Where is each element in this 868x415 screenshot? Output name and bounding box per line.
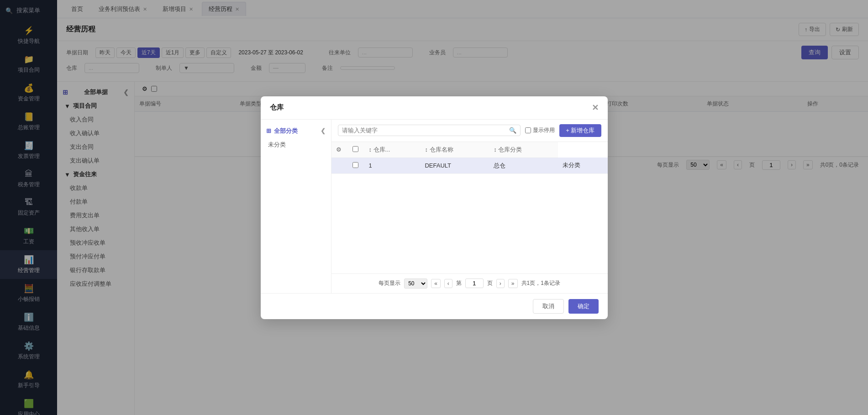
modal-category-uncategorized[interactable]: 未分类 <box>261 138 331 152</box>
modal-table-wrap: ⚙ ↕ 仓库... ↕ 仓库名称 ↕ 仓库分类 <box>331 142 608 273</box>
modal-col-settings: ⚙ <box>331 142 348 158</box>
warehouse-modal: 仓库 ✕ ⊞ 全部分类 ❮ 未分类 🔍 显示停用 <box>261 96 608 319</box>
modal-page-suffix: 页 <box>487 279 493 287</box>
modal-prev-page[interactable]: ‹ <box>444 279 452 288</box>
row-code: DEFAULT <box>420 158 489 173</box>
row-category: 未分类 <box>558 158 607 173</box>
table-row[interactable]: 1 DEFAULT 总仓 未分类 <box>331 158 608 173</box>
modal-page-input[interactable] <box>465 278 484 288</box>
modal-footer: 取消 确定 <box>261 293 608 319</box>
modal-last-page[interactable]: » <box>508 279 518 288</box>
modal-col-checkbox <box>348 142 364 158</box>
show-disabled-wrap: 显示停用 <box>525 126 555 134</box>
grid-icon: ⊞ <box>266 127 271 134</box>
confirm-button[interactable]: 确定 <box>568 299 599 314</box>
modal-header: 仓库 ✕ <box>261 96 608 120</box>
modal-per-page-label: 每页显示 <box>379 279 400 287</box>
modal-per-page-select[interactable]: 50 100 <box>404 278 427 289</box>
modal-warehouse-table: ⚙ ↕ 仓库... ↕ 仓库名称 ↕ 仓库分类 <box>331 142 608 174</box>
modal-close-button[interactable]: ✕ <box>592 103 599 113</box>
modal-search-wrap: 🔍 <box>338 125 521 136</box>
modal-total-info: 共1页，1条记录 <box>521 279 560 287</box>
modal-toolbar: 🔍 显示停用 + 新增仓库 <box>331 120 608 142</box>
show-disabled-label: 显示停用 <box>533 126 555 134</box>
modal-table-panel: 🔍 显示停用 + 新增仓库 ⚙ ↕ 仓库 <box>331 120 608 293</box>
modal-body: ⊞ 全部分类 ❮ 未分类 🔍 显示停用 + 新增仓库 <box>261 120 608 293</box>
all-categories-label: 全部分类 <box>274 127 298 135</box>
search-icon: 🔍 <box>509 127 516 134</box>
row-checkbox <box>348 158 364 173</box>
row-select-checkbox[interactable] <box>352 162 358 168</box>
modal-col-category: ↕ 仓库分类 <box>489 142 558 158</box>
modal-title: 仓库 <box>270 103 284 112</box>
modal-page-label: 第 <box>456 279 462 287</box>
modal-first-page[interactable]: « <box>431 279 441 288</box>
modal-select-all[interactable] <box>352 146 358 152</box>
modal-col-name: ↕ 仓库名称 <box>420 142 489 158</box>
collapse-left-icon[interactable]: ❮ <box>321 127 326 134</box>
cancel-button[interactable]: 取消 <box>533 299 564 314</box>
row-num: 1 <box>364 158 421 173</box>
modal-all-categories[interactable]: ⊞ 全部分类 ❮ <box>261 124 331 138</box>
modal-category-panel: ⊞ 全部分类 ❮ 未分类 <box>261 120 331 293</box>
add-warehouse-button[interactable]: + 新增仓库 <box>559 124 601 137</box>
modal-search-input[interactable] <box>342 127 507 134</box>
modal-next-page[interactable]: › <box>496 279 505 288</box>
row-name: 总仓 <box>489 158 558 173</box>
show-disabled-checkbox[interactable] <box>525 127 531 133</box>
modal-col-code: ↕ 仓库... <box>364 142 421 158</box>
modal-pagination: 每页显示 50 100 « ‹ 第 页 › » 共1页，1条记录 <box>331 273 608 293</box>
row-settings <box>331 158 348 173</box>
